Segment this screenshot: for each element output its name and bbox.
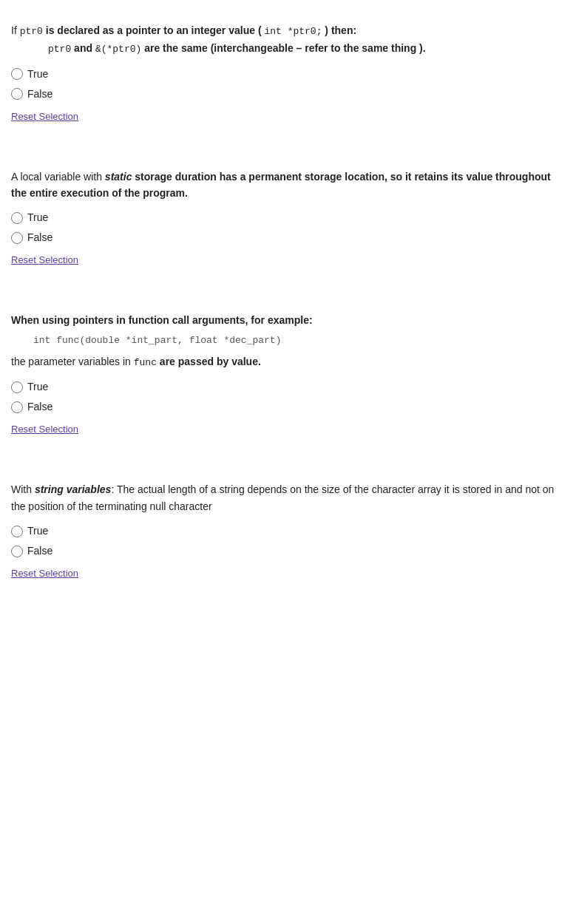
q1-code-ptr0-2: ptr0 xyxy=(48,44,71,55)
q2-text-a: A local variable with xyxy=(11,171,105,183)
q1-same-text: are the same (interchangeable – refer to… xyxy=(141,42,425,54)
q3-radio-false[interactable] xyxy=(11,401,23,413)
q1-false-label: False xyxy=(27,86,52,102)
q1-and-text: and xyxy=(71,42,95,54)
q1-code-ampptr0: &(*ptr0) xyxy=(95,44,141,55)
question-block-1: If ptr0 is declared as a pointer to an i… xyxy=(7,15,569,132)
question-text-1: If ptr0 is declared as a pointer to an i… xyxy=(11,22,565,58)
q2-reset-link[interactable]: Reset Selection xyxy=(11,253,78,268)
q1-reset-link[interactable]: Reset Selection xyxy=(11,109,78,124)
q2-true-label: True xyxy=(27,210,48,225)
q4-radio-true[interactable] xyxy=(11,526,23,537)
q4-true-label: True xyxy=(27,523,48,539)
q1-text-if: If xyxy=(11,24,20,36)
q1-option-true[interactable]: True xyxy=(11,67,565,82)
question-text-3: When using pointers in function call arg… xyxy=(11,312,565,370)
question-block-4: With string variables: The actual length… xyxy=(7,474,569,588)
q3-text-when: When using pointers in function call arg… xyxy=(11,314,313,326)
q4-false-label: False xyxy=(27,543,52,559)
q1-radio-false[interactable] xyxy=(11,88,23,100)
q3-options: True False Reset Selection xyxy=(11,379,565,437)
q2-italic-static: static xyxy=(105,171,132,183)
q3-text-param: the parameter variables in xyxy=(11,356,134,367)
question-block-2: A local variable with static storage dur… xyxy=(7,161,569,276)
q1-code-ptr0: ptr0 xyxy=(20,26,43,37)
q3-radio-true[interactable] xyxy=(11,381,23,393)
q3-option-true[interactable]: True xyxy=(11,379,565,395)
page-container: If ptr0 is declared as a pointer to an i… xyxy=(0,0,576,633)
q4-text-with: With xyxy=(11,483,35,495)
q4-italic-string: string variables xyxy=(35,483,112,495)
q2-options: True False Reset Selection xyxy=(11,210,565,268)
q2-radio-true[interactable] xyxy=(11,212,23,224)
q3-false-label: False xyxy=(27,399,52,415)
q2-false-label: False xyxy=(27,230,52,245)
q1-code-int-ptr0: int *ptr0; xyxy=(264,26,322,37)
q3-reset-link[interactable]: Reset Selection xyxy=(11,422,78,437)
question-text-4: With string variables: The actual length… xyxy=(11,481,565,514)
q3-code-block: int func(double *int_part, float *dec_pa… xyxy=(33,333,565,349)
q4-options: True False Reset Selection xyxy=(11,523,565,581)
q1-options: True False Reset Selection xyxy=(11,67,565,124)
q4-option-true[interactable]: True xyxy=(11,523,565,539)
q1-option-false[interactable]: False xyxy=(11,86,565,102)
q3-code-func: func xyxy=(134,357,157,368)
q4-reset-link[interactable]: Reset Selection xyxy=(11,566,78,581)
question-block-3: When using pointers in function call arg… xyxy=(7,305,569,444)
q1-subtext: ptr0 and &(*ptr0) are the same (intercha… xyxy=(48,40,426,58)
q1-text-then: ) then: xyxy=(322,24,356,36)
q1-radio-true[interactable] xyxy=(11,68,23,80)
q2-option-true[interactable]: True xyxy=(11,210,565,225)
q3-true-label: True xyxy=(27,379,48,395)
question-text-2: A local variable with static storage dur… xyxy=(11,169,565,202)
q3-option-false[interactable]: False xyxy=(11,399,565,415)
q1-true-label: True xyxy=(27,67,48,82)
q1-text-declared: is declared as a pointer to an integer v… xyxy=(43,24,265,36)
q4-option-false[interactable]: False xyxy=(11,543,565,559)
q2-radio-false[interactable] xyxy=(11,232,23,244)
q3-text-passed: are passed by value. xyxy=(157,356,261,367)
q4-radio-false[interactable] xyxy=(11,546,23,557)
q2-option-false[interactable]: False xyxy=(11,230,565,245)
